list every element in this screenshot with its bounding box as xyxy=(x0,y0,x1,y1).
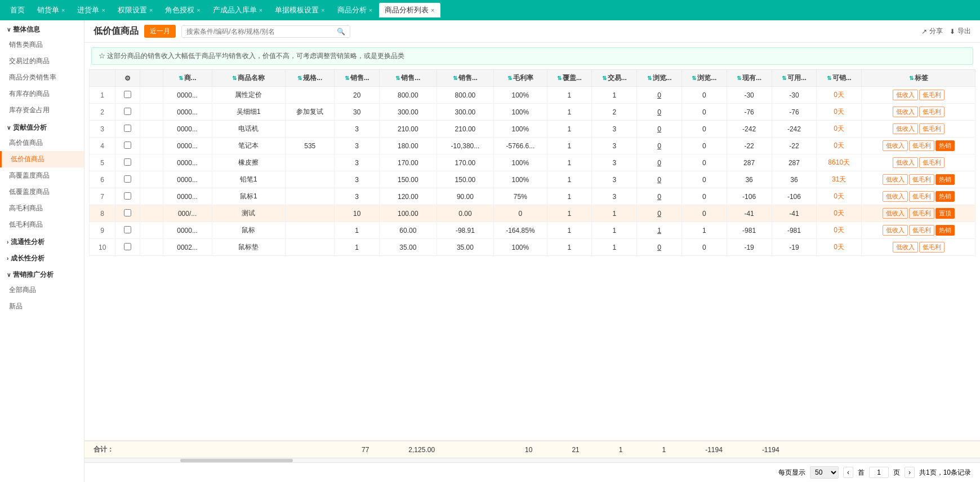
sidebar-item-新品[interactable]: 新品 xyxy=(0,298,84,315)
chevron-icon: ∨ xyxy=(7,26,11,33)
column-header[interactable]: ⇅毛利率 xyxy=(494,70,547,87)
nav-item-进货单[interactable]: 进货单× xyxy=(72,3,110,17)
row-checkbox[interactable] xyxy=(124,158,131,166)
pagination: 每页显示 50100200 ‹ 首 页 › 共1页，10条记录 xyxy=(84,462,980,482)
nav-item-产成品入库单[interactable]: 产成品入库单× xyxy=(207,3,268,17)
tag-badge: 低收入 xyxy=(883,208,908,219)
nav-item-权限设置[interactable]: 权限设置× xyxy=(112,3,158,17)
table-cell: 3 xyxy=(335,121,380,138)
sort-icon: ⇅ xyxy=(453,75,457,81)
row-checkbox[interactable] xyxy=(124,141,131,149)
column-header[interactable]: ⇅交易... xyxy=(592,70,637,87)
sidebar-item-高毛利商品[interactable]: 高毛利商品 xyxy=(0,200,84,216)
table-cell: -76 xyxy=(727,104,772,121)
close-tab-icon[interactable]: × xyxy=(61,7,65,14)
sidebar-group-成长性分析[interactable]: › 成长性分析 xyxy=(0,249,84,266)
column-header[interactable]: ⇅规格... xyxy=(286,70,335,87)
share-button[interactable]: ↗ 分享 xyxy=(921,26,943,36)
close-tab-icon[interactable]: × xyxy=(149,7,153,14)
table-cell: 0 xyxy=(681,154,727,171)
column-header[interactable]: ⇅现有... xyxy=(727,70,772,87)
row-checkbox[interactable] xyxy=(124,209,131,216)
table-cell: 铅笔1 xyxy=(212,171,286,188)
table-cell: 3 xyxy=(592,188,637,205)
sidebar-group-营销推广分析[interactable]: ∨ 营销推广分析 xyxy=(0,266,84,282)
search-icon[interactable]: 🔍 xyxy=(337,28,345,36)
total-s2: 2,125.00 xyxy=(408,446,435,454)
filter-button[interactable]: 近一月 xyxy=(144,25,176,38)
column-header[interactable]: ⇅销售... xyxy=(436,70,494,87)
sidebar-item-销售类商品[interactable]: 销售类商品 xyxy=(0,37,84,53)
table-cell xyxy=(115,205,140,222)
chevron-icon: › xyxy=(7,239,8,245)
column-header[interactable]: ⇅销售... xyxy=(335,70,380,87)
nav-item-角色授权[interactable]: 角色授权× xyxy=(159,3,206,17)
close-tab-icon[interactable]: × xyxy=(197,7,200,14)
column-header[interactable]: ⇅销售... xyxy=(380,70,437,87)
table-cell: 低收入低毛利 xyxy=(862,154,975,171)
total-avail: -1194 xyxy=(762,446,779,454)
sidebar-item-高价值商品[interactable]: 高价值商品 xyxy=(0,135,84,151)
sort-icon: ⇅ xyxy=(507,75,512,81)
page-size-select[interactable]: 50100200 xyxy=(810,466,839,479)
row-checkbox[interactable] xyxy=(124,91,131,98)
close-tab-icon[interactable]: × xyxy=(259,7,262,14)
column-header[interactable]: ⇅商品名称 xyxy=(212,70,286,87)
close-tab-icon[interactable]: × xyxy=(101,7,105,14)
export-button[interactable]: ⬇ 导出 xyxy=(950,26,971,36)
row-checkbox[interactable] xyxy=(124,125,131,132)
table-cell xyxy=(140,138,163,154)
sidebar-item-库存资金占用[interactable]: 库存资金占用 xyxy=(0,102,84,118)
column-header[interactable]: ⇅可销... xyxy=(817,70,862,87)
header-actions: ↗ 分享 ⬇ 导出 xyxy=(921,26,971,36)
close-tab-icon[interactable]: × xyxy=(369,7,372,14)
sidebar-group-整体信息[interactable]: ∨ 整体信息 xyxy=(0,20,84,37)
close-tab-icon[interactable]: × xyxy=(431,7,434,14)
close-tab-icon[interactable]: × xyxy=(321,7,324,14)
column-header[interactable]: ⇅覆盖... xyxy=(547,70,592,87)
nav-item-商品分析[interactable]: 商品分析× xyxy=(332,3,378,17)
table-cell: 8610天 xyxy=(817,154,862,171)
horizontal-scrollbar[interactable] xyxy=(84,458,980,462)
table-cell: 2 xyxy=(90,104,115,121)
tag-badge: 低毛利 xyxy=(919,90,945,100)
sidebar-group-贡献值分析[interactable]: ∨ 贡献值分析 xyxy=(0,118,84,135)
column-header[interactable]: ⇅商... xyxy=(163,70,212,87)
nav-item-商品分析列表[interactable]: 商品分析列表× xyxy=(379,3,440,17)
search-input[interactable] xyxy=(186,28,335,36)
sidebar-item-有库存的商品[interactable]: 有库存的商品 xyxy=(0,86,84,102)
sidebar-item-商品分类销售率[interactable]: 商品分类销售率 xyxy=(0,69,84,86)
column-header[interactable]: ⇅浏览... xyxy=(681,70,727,87)
row-checkbox[interactable] xyxy=(124,226,131,233)
nav-item-单据模板设置[interactable]: 单据模板设置× xyxy=(269,3,330,17)
sidebar-item-交易过的商品[interactable]: 交易过的商品 xyxy=(0,53,84,69)
next-page-button[interactable]: › xyxy=(905,467,915,478)
sidebar-item-高覆盖度商品[interactable]: 高覆盖度商品 xyxy=(0,167,84,184)
page-number-input[interactable] xyxy=(869,467,889,478)
sidebar-item-低毛利商品[interactable]: 低毛利商品 xyxy=(0,216,84,233)
column-header[interactable]: ⇅可用... xyxy=(772,70,817,87)
scrollbar-thumb[interactable] xyxy=(180,459,293,462)
tag-badge: 低收入 xyxy=(893,90,918,100)
sort-icon: ⇅ xyxy=(395,75,400,81)
column-header[interactable]: ⇅标签 xyxy=(862,70,975,87)
table-cell xyxy=(286,239,335,256)
column-header[interactable]: ⇅浏览... xyxy=(637,70,682,87)
row-checkbox[interactable] xyxy=(124,192,131,200)
sidebar-item-全部商品[interactable]: 全部商品 xyxy=(0,282,84,298)
nav-item-销货单[interactable]: 销货单× xyxy=(32,3,70,17)
table-cell: 0天 xyxy=(817,104,862,121)
table-cell: -19 xyxy=(772,239,817,256)
sidebar-item-低覆盖度商品[interactable]: 低覆盖度商品 xyxy=(0,184,84,200)
sidebar-item-低价值商品[interactable]: 低价值商品 xyxy=(0,151,84,167)
tag-badge: 热销 xyxy=(936,140,955,151)
row-checkbox[interactable] xyxy=(124,108,131,115)
first-page-button[interactable]: ‹ xyxy=(843,467,853,478)
sidebar-group-流通性分析[interactable]: › 流通性分析 xyxy=(0,233,84,249)
table-cell: 1 xyxy=(547,188,592,205)
total-deal: 21 xyxy=(572,446,579,454)
nav-item-首页[interactable]: 首页 xyxy=(5,3,30,17)
row-checkbox[interactable] xyxy=(124,243,131,250)
table-cell: 1 xyxy=(592,239,637,256)
row-checkbox[interactable] xyxy=(124,175,131,183)
